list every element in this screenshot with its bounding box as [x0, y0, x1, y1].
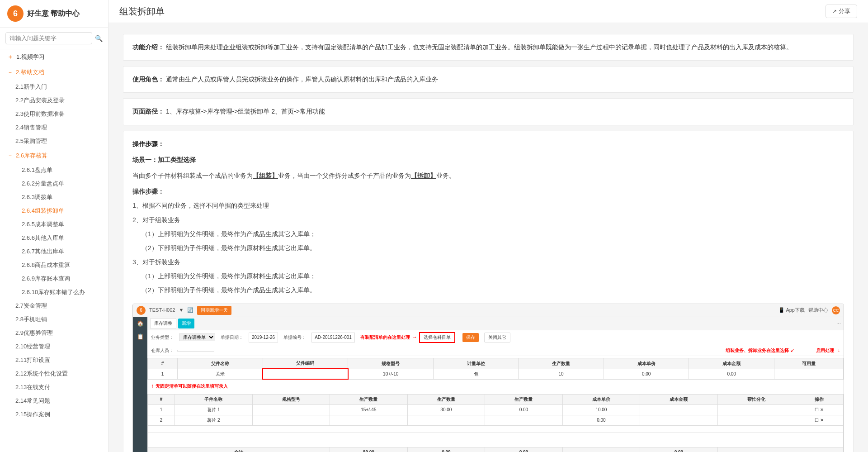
sidebar-item-purchase[interactable]: 2.5采购管理 [0, 134, 108, 148]
screenshot-container: 6 TEST-H002 ▼ 🔄 同期新增一天 📱 App下载 帮助中心 CC [132, 304, 844, 452]
mock-parent-row1: 1 关米 10+/-10 包 10 0.00 0.00 [148, 369, 844, 379]
sidebar-item-sales[interactable]: 2.4销售管理 [0, 121, 108, 134]
sidebar-item-cost[interactable]: 2.6.5成本调整单 [0, 218, 108, 231]
mock-scell-qty1: 15+/-45 [330, 405, 408, 415]
sidebar-item-inbound[interactable]: 2.6.6其他入库单 [0, 231, 108, 245]
sidebar-item-docs[interactable]: － 2.帮助文档 [0, 65, 108, 80]
mock-btn-save[interactable]: 保存 [462, 333, 479, 342]
mock-scell-qty23 [485, 415, 563, 426]
mock-callout-area1: 有装配清单的在这里处理 → 选择仓科目单 [360, 332, 455, 343]
steps-block: 操作步骤： 场景一：加工类型选择 当由多个子件材料组装成一个成品的业务为【组装】… [123, 131, 854, 452]
sidebar-item-partial[interactable]: 2.6.2分量盘点单 [0, 177, 108, 190]
sidebar-item-stocktake[interactable]: 2.6.1盘点单 [0, 163, 108, 177]
mock-sth-name: 子件名称 [175, 395, 253, 405]
mock-child-row3 [148, 426, 844, 433]
sidebar-item-inventory[interactable]: － 2.6库存核算 [0, 148, 108, 163]
mock-callout-text5: 无固定清单可以随便在这里填写录入 [156, 382, 228, 390]
sidebar-item-cases[interactable]: 2.15操作案例 [0, 408, 108, 421]
mock-arrow-right1: → [412, 333, 417, 343]
mock-menu-icon: ⋯ [836, 319, 841, 328]
path-block: 页面路径： 1、库存核算->库存管理->组装拆卸单 2、首页->常用功能 [123, 98, 854, 125]
sidebar-item-payment[interactable]: 2.13在线支付 [0, 381, 108, 394]
intro-block: 功能介绍： 组装拆卸单用来处理企业组装或拆卸等加工业务，支持有固定装配清单的产品… [123, 34, 854, 61]
mock-type-label: 业务类型： [151, 333, 174, 342]
mock-scell-dist2 [717, 415, 795, 426]
mock-th-costprice: 成本单价 [604, 358, 689, 369]
sidebar-item-custom[interactable]: 2.12系统个性化设置 [0, 367, 108, 381]
sidebar-item-data[interactable]: 2.3使用前数据准备 [0, 107, 108, 121]
app-logo: 6 [7, 5, 24, 22]
sidebar-item-assembly[interactable]: 2.6.4组装拆卸单 [0, 204, 108, 218]
mock-th-unit: 计量单位 [433, 358, 519, 369]
mock-th-spec: 规格型号 [348, 358, 434, 369]
sidebar-item-print[interactable]: 2.11打印设置 [0, 353, 108, 367]
step2-1: （1）上部明细为父件明细，最终作为产成品生成其它入库单； [132, 228, 844, 240]
sidebar-item-mobile[interactable]: 2.8手机旺铺 [0, 313, 108, 326]
mock-child-table: # 子件名称 规格型号 生产数量 生产数量 生产数量 成本单价 成本金额 [147, 394, 844, 452]
mock-select-kemu[interactable]: 选择仓科目单 [419, 332, 455, 343]
sidebar-item-outbound[interactable]: 2.6.7其他出库单 [0, 245, 108, 258]
mock-sth-spec: 规格型号 [252, 395, 330, 405]
minus-icon-2: － [7, 152, 13, 160]
share-icon: ↗ [832, 8, 837, 14]
mock-cell-ca1: 0.00 [689, 369, 774, 379]
share-button[interactable]: ↗ 分享 [826, 5, 857, 18]
sidebar-item-costcalc[interactable]: 2.6.8商品成本重算 [0, 258, 108, 272]
mock-scell-cp1: 10.00 [562, 405, 640, 415]
sidebar-item-stockerr[interactable]: 2.6.10库存账本错了么办 [0, 285, 108, 299]
mock-scell-dist1 [717, 405, 795, 415]
search-input[interactable] [5, 32, 92, 44]
intro-label: 功能介绍： [132, 43, 164, 51]
mock-btn-close[interactable]: 关闭其它 [484, 333, 510, 343]
sidebar-item-faq[interactable]: 2.14常见问题 [0, 394, 108, 408]
mock-child-row1: 1 薯片 1 15+/-45 30.00 0.00 10.00 [148, 405, 844, 415]
mock-cell-av1 [774, 369, 843, 379]
mock-sth-qty3: 生产数量 [485, 395, 563, 405]
search-icon[interactable]: 🔍 [95, 35, 103, 42]
mock-avatar: CC [832, 306, 840, 314]
sidebar-item-ops[interactable]: 2.10经营管理 [0, 340, 108, 353]
sidebar-item-video[interactable]: ＋ 1.视频学习 [0, 49, 108, 65]
mock-th-parentcode: 父件编码 [263, 358, 348, 369]
main-panel: 组装拆卸单 ↗ 分享 功能介绍： 组装拆卸单用来处理企业组装或拆卸等加工业务，支… [108, 0, 868, 452]
sidebar: 6 好生意 帮助中心 🔍 ＋ 1.视频学习 － 2.帮助文档 2.1新手入门 2… [0, 0, 108, 452]
plus-icon: ＋ [7, 53, 14, 61]
mock-home-icon: 🏠 [137, 319, 144, 329]
step1: 1、根据不同的业务，选择不同单据的类型来处理 [132, 200, 844, 211]
sidebar-item-finance[interactable]: 2.7资金管理 [0, 299, 108, 313]
sidebar-item-adjust[interactable]: 2.6.3调拨单 [0, 190, 108, 204]
mock-tab-adjust[interactable]: 库存调整 [150, 318, 176, 329]
mock-sidebar: 🏠 📋 [133, 317, 147, 452]
mock-th-available: 可用量 [774, 358, 843, 369]
mock-type-select[interactable]: 库存调整单 组装拆卸单 [179, 333, 215, 341]
sidebar-item-inventory-label: 2.6库存核算 [16, 152, 47, 160]
mock-callout-area3: 组装业务、拆卸业务在这里选择 ↙ [726, 346, 794, 355]
mock-cell-n1: 1 [148, 369, 178, 379]
scene1-title: 场景一：加工类型选择 [132, 156, 196, 163]
mock-cell-cp1: 0.00 [604, 369, 689, 379]
mock-sth-costamt: 成本金额 [640, 395, 718, 405]
mock-order-val: AD-20191226-001 [311, 333, 355, 343]
mock-date-label: 单据日期： [221, 333, 243, 342]
mock-helpcenter: 帮助中心 [808, 306, 828, 315]
mock-scell-qty2: 30.00 [407, 405, 485, 415]
minus-icon: － [7, 68, 13, 76]
sidebar-item-install[interactable]: 2.2产品安装及登录 [0, 94, 108, 107]
sidebar-item-stockcheck[interactable]: 2.6.9库存账本查询 [0, 272, 108, 285]
path-text: 1、库存核算->库存管理->组装拆卸单 2、首页->常用功能 [166, 108, 325, 115]
sidebar-item-newbie[interactable]: 2.1新手入门 [0, 80, 108, 94]
search-bar: 🔍 [0, 28, 108, 49]
mock-order-label: 单据编号： [283, 333, 306, 342]
mock-scell-op1: ☐ ✕ [795, 405, 844, 415]
mock-date-val: 2019-12-26 [249, 333, 278, 343]
mock-callout-row2: 仓库人员： 组装业务、拆卸业务在这里选择 ↙ 启用处理 ↓ [147, 345, 844, 357]
sidebar-item-coupon[interactable]: 2.9优惠券管理 [0, 326, 108, 340]
mock-neworderbtn[interactable]: 同期新增一天 [197, 306, 231, 315]
mock-tab-new[interactable]: 新增 [178, 319, 194, 328]
mock-appdownload: 📱 App下载 [778, 306, 805, 315]
intro-text: 组装拆卸单用来处理企业组装或拆卸等加工业务，支持有固定装配清单的产品加工业务，也… [166, 43, 793, 51]
sidebar-item-docs-label: 2.帮助文档 [16, 68, 44, 76]
ops-label: 操作步骤： [132, 186, 844, 197]
mock-footer-total-label: 合计 [148, 447, 330, 452]
mock-sth-costprice: 成本单价 [562, 395, 640, 405]
